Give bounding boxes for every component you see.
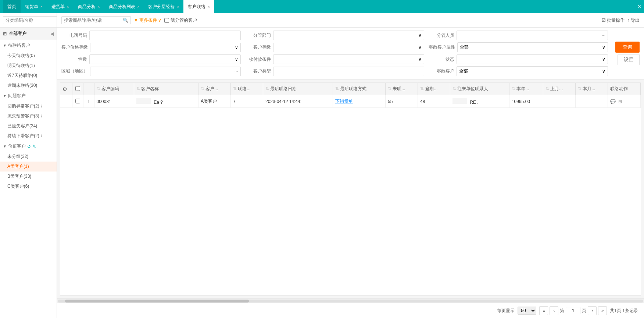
close-customer-contact-tab[interactable]: × — [208, 5, 210, 9]
retail-customer-select[interactable]: 全部 ∨ — [457, 66, 608, 76]
tab-customer-tier[interactable]: 客户分层经营 × — [144, 0, 183, 13]
sidebar-item-unclassified[interactable]: 未分组(32) — [0, 152, 57, 162]
dept-select[interactable]: ∨ — [273, 31, 425, 40]
sidebar-group-pending[interactable]: ▼ 待联络客户 — [0, 40, 57, 51]
my-customers-checkbox[interactable]: 我分管的客户 — [164, 17, 197, 24]
row-checkbox-cell — [72, 95, 83, 108]
settings-button[interactable]: 设置 — [618, 54, 640, 65]
filter-icon: ▼ — [134, 18, 138, 23]
query-button[interactable]: 查询 — [615, 42, 640, 53]
sidebar-item-churned[interactable]: 已流失客户(24) — [0, 121, 57, 131]
customer-type-input[interactable] — [273, 67, 425, 76]
dots-icon: ··· — [602, 33, 605, 38]
tab-goods-list[interactable]: 商品分析列表 × — [104, 0, 144, 13]
status-select[interactable]: ∨ — [457, 54, 608, 64]
category-search-input[interactable] — [3, 16, 57, 24]
advanced-filters: 电话号码 分管部门 ∨ 分管人员 ··· — [57, 28, 644, 80]
tab-customer-contact[interactable]: 客户联络 × — [183, 0, 214, 13]
search-icon[interactable]: 🔍 — [123, 18, 128, 23]
first-page-button[interactable]: « — [539, 306, 548, 315]
retail-attr-select[interactable]: 全部 ∨ — [457, 42, 608, 52]
sidebar-group-problem[interactable]: ▼ 问题客户 — [0, 91, 57, 101]
customer-grade-select[interactable]: ∨ — [273, 43, 425, 52]
sort-icon-10: ⇅ — [512, 86, 515, 91]
page-number-input[interactable] — [566, 307, 580, 314]
phone-filter-field: 电话号码 — [61, 31, 241, 40]
next-page-button[interactable]: › — [588, 306, 597, 315]
search-box[interactable]: 🔍 — [61, 16, 131, 24]
last-page-button[interactable]: » — [598, 306, 607, 315]
sidebar-item-tomorrow[interactable]: 明天待联络(1) — [0, 61, 57, 71]
sidebar-item-c-class[interactable]: C类客户(6) — [0, 181, 57, 191]
chat-action-icon[interactable]: 💬 — [610, 99, 616, 104]
filter-actions: ☑ 批量操作 ↑ 导出 — [602, 17, 640, 24]
this-year-column-header[interactable]: ⇅ 本年... — [509, 83, 543, 95]
my-customers-check[interactable] — [164, 18, 169, 23]
chevron-nature: ∨ — [235, 57, 238, 62]
sidebar-item-today[interactable]: 今天待联络(0) — [0, 51, 57, 61]
search-input[interactable] — [64, 18, 123, 23]
row-checkbox[interactable] — [75, 99, 80, 103]
tab-sales[interactable]: 销货单 × — [21, 0, 47, 13]
contact-person-column-header[interactable]: ⇅ 往来单位联系人 — [450, 83, 509, 95]
all-customers-header[interactable]: ⊞ 全部客户 ◀ — [0, 28, 57, 40]
collapse-sidebar-icon[interactable]: ◀ — [50, 31, 54, 36]
prev-page-button[interactable]: ‹ — [550, 306, 558, 315]
edit-icon[interactable]: ✎ — [32, 144, 36, 149]
last-month-column-header[interactable]: ⇅ 上月... — [543, 83, 575, 95]
sidebar-item-declining[interactable]: 持续下滑客户(2) ℹ — [0, 131, 57, 141]
sidebar-item-repurchase-abnormal[interactable]: 回购异常客户(2) ℹ — [0, 101, 57, 111]
sidebar-item-b-class[interactable]: B类客户(33) — [0, 172, 57, 181]
close-goods-list-tab[interactable]: × — [137, 5, 140, 9]
sidebar-group-value[interactable]: ▼ 价值客户 ↺ ✎ — [0, 141, 57, 152]
export-button[interactable]: ↑ 导出 — [627, 17, 640, 24]
close-customer-tier-tab[interactable]: × — [177, 5, 179, 9]
staff-input[interactable]: ··· — [457, 31, 608, 40]
close-goods-analysis-tab[interactable]: × — [98, 5, 100, 9]
gear-settings-icon[interactable]: ⚙ — [62, 86, 67, 92]
last-date-column-header[interactable]: ⇅ 最后联络日期 — [263, 83, 333, 95]
contact-column-header[interactable]: ⇅ 联络... — [230, 83, 263, 95]
export-icon: ↑ — [627, 18, 630, 23]
sidebar-item-overdue[interactable]: 逾期未联络(30) — [0, 81, 57, 91]
batch-operation-button[interactable]: ☑ 批量操作 — [602, 17, 625, 24]
sidebar-item-a-class[interactable]: A类客户(1) — [0, 162, 57, 172]
refresh-icon[interactable]: ↺ — [27, 144, 31, 149]
price-grade-select[interactable]: ∨ — [90, 43, 241, 52]
grade-column-header[interactable]: ⇅ 客户... — [198, 83, 230, 95]
row-this-month-cell — [575, 95, 608, 108]
last-method-column-header[interactable]: ⇅ 最后联络方式 — [333, 83, 385, 95]
gear-column-header[interactable]: ⚙ — [60, 83, 72, 95]
scrollbar-thumb[interactable] — [65, 300, 249, 303]
close-all-button[interactable]: × — [638, 3, 641, 10]
code-column-header[interactable]: ⇅ 客户编码 — [94, 83, 134, 95]
row-num-cell: 1 — [83, 95, 94, 108]
last-method-link[interactable]: 下销货单 — [335, 99, 353, 104]
horizontal-scrollbar[interactable] — [57, 298, 644, 303]
nature-select[interactable]: ∨ — [89, 54, 241, 64]
uncontacted-column-header[interactable]: ⇅ 未联... — [385, 83, 418, 95]
this-month-column-header[interactable]: ⇅ 本月... — [575, 83, 608, 95]
region-input[interactable]: ··· — [90, 67, 241, 76]
customer-grade-field: 客户等级 ∨ — [245, 43, 425, 52]
tab-home[interactable]: 首页 — [3, 0, 21, 13]
contact-person-avatar — [452, 98, 467, 104]
batch-icon: ☑ — [602, 18, 606, 23]
sort-icon-5: ⇅ — [265, 86, 269, 91]
close-sales-tab[interactable]: × — [40, 5, 43, 9]
row-last-method-cell[interactable]: 下销货单 — [333, 95, 385, 108]
tab-purchase[interactable]: 进货单 × — [47, 0, 74, 13]
grid-action-icon[interactable]: ⊞ — [618, 99, 622, 104]
phone-input[interactable] — [89, 31, 241, 40]
more-filters-button[interactable]: ▼ 更多条件 ∨ — [134, 17, 161, 24]
name-column-header[interactable]: ⇅ 客户名称 — [134, 83, 198, 95]
close-purchase-tab[interactable]: × — [67, 5, 69, 9]
sidebar-search-area: 🔍 — [0, 13, 57, 28]
select-all-checkbox[interactable] — [75, 86, 80, 91]
payment-select[interactable]: ∨ — [273, 54, 425, 64]
sidebar-item-churn-warning[interactable]: 流失预警客户(3) ℹ — [0, 111, 57, 121]
overdue-column-header[interactable]: ⇅ 逾期... — [418, 83, 450, 95]
tab-goods-analysis[interactable]: 商品分析 × — [74, 0, 104, 13]
per-page-select[interactable]: 50 100 200 — [518, 307, 536, 315]
sidebar-item-7days[interactable]: 近7天待联络(0) — [0, 71, 57, 81]
